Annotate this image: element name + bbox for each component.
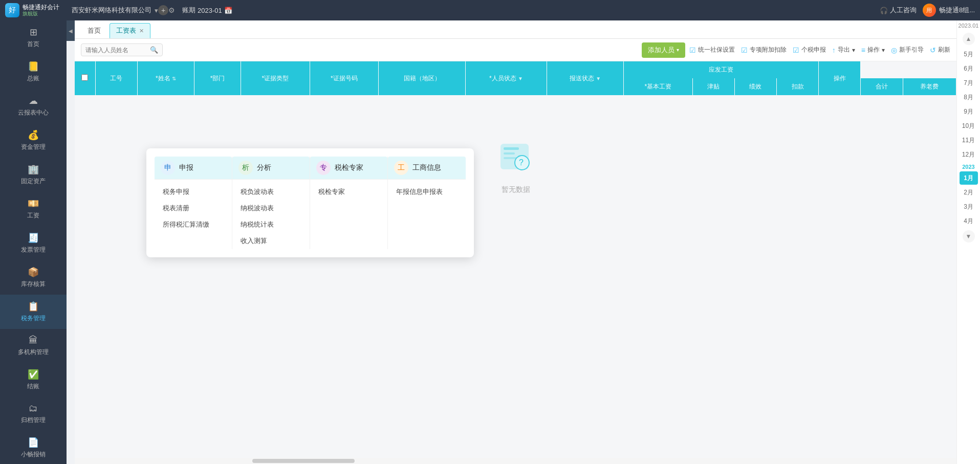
user-info[interactable]: 用 畅捷通8组...	[923, 4, 975, 17]
th-allowance: 津贴	[692, 78, 734, 95]
person-status-filter-icon[interactable]: ▼	[518, 76, 523, 81]
send-status-filter-icon[interactable]: ▼	[596, 76, 601, 81]
sidebar-label-settle: 结账	[27, 382, 39, 391]
dropdown-item-annual-report[interactable]: 年报信息申报表	[394, 184, 460, 200]
th-checkbox[interactable]	[75, 61, 95, 95]
sidebar-item-ledger[interactable]: 📒 总账	[0, 55, 67, 89]
sidebar: ⊞ 首页 📒 总账 ☁ 云报表中心 💰 资金管理 🏢 固定资产 💴 工资 🧾 发…	[0, 20, 67, 464]
calendar-icon[interactable]: 📅	[224, 7, 232, 14]
sidebar-item-home[interactable]: ⊞ 首页	[0, 20, 67, 55]
add-company-btn[interactable]: +	[158, 5, 168, 15]
timeline-month-2[interactable]: 2月	[960, 186, 978, 199]
th-name: *姓名 ⇅	[137, 61, 194, 95]
sidebar-collapse-btn[interactable]: ◀	[67, 20, 75, 41]
timeline-month-3[interactable]: 3月	[960, 200, 978, 213]
dropdown-col-gongshang: 工 工商信息 年报信息申报表	[388, 157, 466, 249]
select-all-checkbox[interactable]	[81, 74, 88, 81]
timeline-month-11[interactable]: 11月	[960, 134, 978, 147]
timeline-month-12[interactable]: 12月	[960, 148, 978, 161]
tab-salary[interactable]: 工资表 ✕	[110, 23, 150, 38]
newguide-label: 新手引导	[899, 46, 924, 54]
dropdown-item-income-calc[interactable]: 收入测算	[238, 233, 303, 249]
timeline-month-9[interactable]: 9月	[960, 105, 978, 118]
tab-home[interactable]: 首页	[81, 23, 107, 38]
sidebar-item-salary[interactable]: 💴 工资	[0, 192, 67, 226]
th-total: 合计	[861, 78, 903, 95]
sidebar-item-report[interactable]: 📄 小畅报销	[0, 431, 67, 464]
th-pension: 养老费	[903, 78, 956, 95]
timeline-month-4[interactable]: 4月	[960, 214, 978, 228]
timeline-month-6[interactable]: 6月	[960, 62, 978, 75]
scroll-thumb[interactable]	[252, 459, 355, 463]
timeline-up-btn[interactable]: ▲	[963, 33, 975, 45]
sidebar-label-asset: 固定资产	[21, 177, 46, 186]
tab-bar: 首页 工资表 ✕	[75, 20, 956, 39]
gongshang-col-icon: 工	[394, 161, 408, 175]
settings-icon[interactable]: ⚙	[168, 6, 175, 14]
salary-table: 工号 *姓名 ⇅ *部门 *证据类型 *证据号码 国籍（地区） *人员状态 ▼	[75, 61, 956, 95]
dropdown-item-income-tax[interactable]: 所得税汇算清缴	[161, 216, 226, 233]
period-selector[interactable]: 账期 2023-01 📅	[182, 6, 232, 15]
refresh-btn[interactable]: ↺ 刷新	[930, 46, 950, 54]
tax-report-label: 个税申报	[801, 46, 826, 54]
sidebar-item-cloud[interactable]: ☁ 云报表中心	[0, 89, 67, 123]
timeline-month-8[interactable]: 8月	[960, 91, 978, 104]
sidebar-item-inventory[interactable]: 📦 库存核算	[0, 260, 67, 295]
table-container: 工号 *姓名 ⇅ *部门 *证据类型 *证据号码 国籍（地区） *人员状态 ▼	[75, 61, 956, 458]
dropdown-item-tax-burden[interactable]: 税负波动表	[238, 184, 303, 200]
timeline-month-10[interactable]: 10月	[960, 119, 978, 132]
timeline-month-7[interactable]: 7月	[960, 76, 978, 90]
add-person-btn[interactable]: 添加人员 ▾	[642, 42, 685, 58]
deduction-btn[interactable]: ☑ 专项附加扣除	[741, 46, 787, 54]
timeline-down-btn[interactable]: ▼	[963, 230, 975, 242]
report-icon: 📄	[28, 437, 39, 448]
social-label: 统一社保设置	[698, 46, 735, 54]
dropdown-header-zhuanjia: 专 税检专家	[310, 157, 387, 180]
svg-rect-1	[504, 147, 519, 150]
th-id-no: *证据号码	[310, 61, 379, 95]
timeline-month-5[interactable]: 5月	[960, 48, 978, 61]
fenxi-col-title: 分析	[257, 163, 271, 172]
main-layout: ⊞ 首页 📒 总账 ☁ 云报表中心 💰 资金管理 🏢 固定资产 💴 工资 🧾 发…	[0, 20, 980, 464]
search-input[interactable]	[85, 47, 147, 54]
dropdown-item-tax-form[interactable]: 税表清册	[161, 200, 226, 216]
sidebar-item-archive[interactable]: 🗂 归档管理	[0, 397, 67, 431]
horizontal-scrollbar[interactable]	[75, 458, 956, 464]
refresh-label: 刷新	[938, 46, 950, 54]
social-insurance-btn[interactable]: ☑ 统一社保设置	[689, 46, 735, 54]
sidebar-item-multi[interactable]: 🏛 多机构管理	[0, 329, 67, 363]
cloud-icon: ☁	[29, 95, 38, 106]
ai-consult-btn[interactable]: 🎧 人工咨询	[880, 6, 917, 15]
right-timeline: 2023.01 ▲ 5月 6月 7月 8月 9月 10月 11月 12月 202…	[956, 20, 980, 464]
operate-btn[interactable]: ≡ 操作 ▾	[861, 46, 885, 54]
tax-report-btn[interactable]: ☑ 个税申报	[793, 46, 826, 54]
tax-report-icon: ☑	[793, 46, 799, 54]
dropdown-item-tax-stat[interactable]: 纳税统计表	[238, 216, 303, 233]
top-bar: 好 畅捷通好会计 旗舰版 西安虾米网络科技有限公司 ▾ + ⚙ 账期 2023-…	[0, 0, 980, 20]
tab-salary-label: 工资表	[116, 26, 136, 35]
period-label: 账期	[182, 6, 195, 15]
company-selector[interactable]: 西安虾米网络科技有限公司 ▾	[72, 6, 158, 15]
newguide-btn[interactable]: ◎ 新手引导	[891, 46, 924, 54]
tab-close-icon[interactable]: ✕	[139, 28, 144, 34]
th-salary-group: 应发工资	[624, 61, 819, 78]
add-person-dropdown-icon: ▾	[677, 47, 679, 53]
zhuanjia-col-icon: 专	[316, 161, 331, 175]
dropdown-item-tax-declare[interactable]: 税务申报	[161, 184, 226, 200]
th-code: 工号	[95, 61, 137, 95]
user-name: 畅捷通8组...	[939, 6, 975, 15]
dropdown-item-tax-wave[interactable]: 纳税波动表	[238, 200, 303, 216]
sidebar-item-settle[interactable]: ✅ 结账	[0, 363, 67, 397]
search-input-wrapper[interactable]: 🔍	[81, 43, 163, 56]
dropdown-item-tax-expert[interactable]: 税检专家	[316, 184, 381, 200]
sidebar-label-report: 小畅报销	[21, 450, 46, 459]
sidebar-item-asset[interactable]: 🏢 固定资产	[0, 158, 67, 192]
company-dropdown-icon[interactable]: ▾	[155, 7, 158, 14]
zhuanjia-col-title: 税检专家	[335, 163, 363, 172]
sidebar-item-invoice[interactable]: 🧾 发票管理	[0, 226, 67, 260]
sidebar-item-tax[interactable]: 📋 税务管理	[0, 295, 67, 329]
timeline-month-1[interactable]: 1月	[960, 171, 978, 185]
name-sort-icon[interactable]: ⇅	[172, 76, 176, 81]
sidebar-item-fund[interactable]: 💰 资金管理	[0, 123, 67, 158]
export-btn[interactable]: ↑ 导出 ▾	[832, 46, 855, 54]
